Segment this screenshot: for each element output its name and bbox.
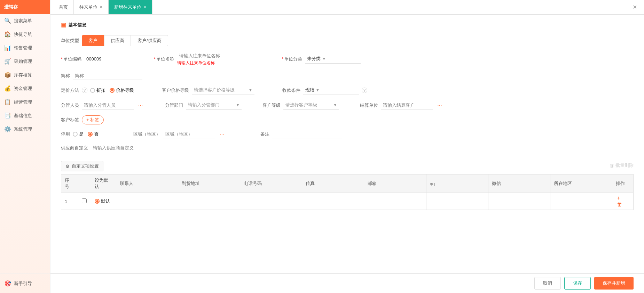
dept-label: 分管部门 [165,102,183,108]
tab-new-partner-close[interactable]: ✕ [143,5,147,9]
tab-partner[interactable]: 往来单位 ✕ [74,0,109,14]
cell-fax[interactable] [302,193,364,210]
col-region: 所在地区 [550,174,612,193]
qq-input[interactable] [430,199,485,204]
region-more-icon[interactable]: ··· [218,131,226,137]
radio-circle-yes [73,132,78,137]
name-input-group: 请输入往来单位名称 [177,52,254,66]
type-btn-both[interactable]: 客户/供应商 [131,35,168,46]
customer-tag-group: 客户标签 + 标签 [61,115,104,124]
col-address: 到货地址 [178,174,240,193]
cell-email[interactable] [364,193,426,210]
add-tag-button[interactable]: + 标签 [82,115,104,124]
sidebar-item-inventory[interactable]: 📦 库存核算 [0,68,50,82]
sidebar-label-inventory: 库存核算 [14,72,32,78]
phone-input[interactable] [244,199,298,204]
tab-home[interactable]: 首页 [53,0,74,14]
tab-new-partner-label: 新增往来单位 [114,4,141,10]
payment-terms-help-icon[interactable]: ? [362,88,367,93]
customer-level-label: 客户等级 [262,102,281,108]
pricing-radio-price-level[interactable]: 价格等级 [110,87,134,93]
delete-row-button[interactable]: 🗑 [616,201,623,207]
search-icon: 🔍 [4,17,11,24]
save-new-button[interactable]: 保存并新增 [594,277,634,290]
custom-settings-button[interactable]: ⚙ 自定义项设置 [61,161,103,171]
cell-contact[interactable] [116,193,178,210]
code-label: *单位编码 [61,56,81,62]
custom-settings-label: 自定义项设置 [72,163,99,169]
disable-label: 停用 [61,131,70,137]
sidebar-item-system[interactable]: ⚙️ 系统管理 [0,122,50,136]
tabs-bar: 首页 往来单位 ✕ 新增往来单位 ✕ ✕ [50,0,644,15]
settlement-more-icon[interactable]: ··· [436,102,443,108]
cell-checkbox[interactable] [77,193,91,210]
batch-delete-button[interactable]: 🗑 批量删除 [610,162,634,169]
cell-address[interactable] [178,193,240,210]
sidebar-item-guide[interactable]: 🎯 新手引导 [0,277,50,290]
disable-radio-group: 是 否 [73,131,99,137]
category-select[interactable]: 未分类 ▼ [305,54,361,64]
customer-level-chevron-icon: ▼ [333,103,337,107]
cell-wechat[interactable] [488,193,550,210]
manager-input[interactable] [82,101,134,109]
supplier-custom-input[interactable] [91,144,160,152]
code-input[interactable] [84,55,126,63]
radio-label-price-level: 价格等级 [116,87,134,93]
table-row: 1 默认 [61,193,634,210]
type-btn-supplier[interactable]: 供应商 [104,35,131,46]
unit-type-label: 单位类型 [61,38,79,44]
sidebar-item-basic-info[interactable]: 📑 基础信息 [0,109,50,122]
dept-select[interactable]: 请输入分管部门 ▼ [186,100,242,110]
window-close-button[interactable]: ✕ [628,4,641,10]
default-radio[interactable]: 默认 [95,198,112,204]
category-label: *单位分类 [282,56,302,62]
cell-qq[interactable] [426,193,488,210]
short-name-label: 简称 [61,73,70,79]
name-input[interactable] [177,52,254,60]
pricing-help-icon[interactable]: ? [82,88,87,93]
add-row-button[interactable]: + [616,195,621,201]
tab-new-partner[interactable]: 新增往来单位 ✕ [109,0,152,14]
customer-price-level-select[interactable]: 请选择客户价格等级 ▼ [192,86,254,95]
email-input[interactable] [368,199,422,204]
sidebar-item-finance[interactable]: 💰 资金管理 [0,82,50,95]
main-area: 首页 往来单位 ✕ 新增往来单位 ✕ ✕ ▣ 基本信息 单位类型 客户 供应商 … [50,0,644,293]
code-group: *单位编码 [61,55,126,63]
pricing-radio-discount[interactable]: 折扣 [90,87,105,93]
name-error-msg: 请输入往来单位名称 [177,60,254,66]
disable-radio-yes[interactable]: 是 [73,131,84,137]
sidebar-item-search[interactable]: 🔍 搜索菜单 [0,14,50,27]
radio-circle-no [88,132,93,137]
sidebar-item-sales[interactable]: 📊 销售管理 [0,41,50,55]
disable-radio-no[interactable]: 否 [88,131,99,137]
sidebar-item-purchase[interactable]: 🛒 采购管理 [0,55,50,68]
settlement-input[interactable] [381,101,433,109]
sidebar-item-operations[interactable]: 📋 经营管理 [0,95,50,109]
supplier-custom-row: 供应商自定义 [61,144,634,152]
region-cell-input[interactable] [554,199,608,204]
wechat-input[interactable] [492,199,547,204]
fax-input[interactable] [306,199,360,204]
cell-phone[interactable] [240,193,302,210]
col-email: 邮箱 [364,174,426,193]
sidebar-label-operations: 经营管理 [14,99,32,105]
unit-type-buttons: 客户 供应商 客户/供应商 [82,35,168,46]
type-btn-customer[interactable]: 客户 [82,35,104,46]
home-icon: 🏠 [4,31,11,38]
cell-region[interactable] [550,193,612,210]
cancel-button[interactable]: 取消 [534,277,561,290]
sidebar-item-quick-nav[interactable]: 🏠 快捷导航 [0,27,50,41]
contact-input[interactable] [120,199,174,204]
address-input[interactable] [182,199,236,204]
manager-more-icon[interactable]: ··· [137,102,144,108]
remark-input[interactable] [272,130,342,138]
short-name-input[interactable] [73,72,142,80]
sidebar-label-purchase: 采购管理 [14,58,32,65]
row-checkbox[interactable] [82,198,87,203]
region-input[interactable] [163,130,215,138]
save-button[interactable]: 保存 [564,277,591,290]
customer-level-select[interactable]: 请选择客户等级 ▼ [283,100,339,110]
tab-partner-close[interactable]: ✕ [100,5,103,9]
payment-terms-select[interactable]: 现结 ▼ [303,86,359,95]
inventory-icon: 📦 [4,72,11,78]
